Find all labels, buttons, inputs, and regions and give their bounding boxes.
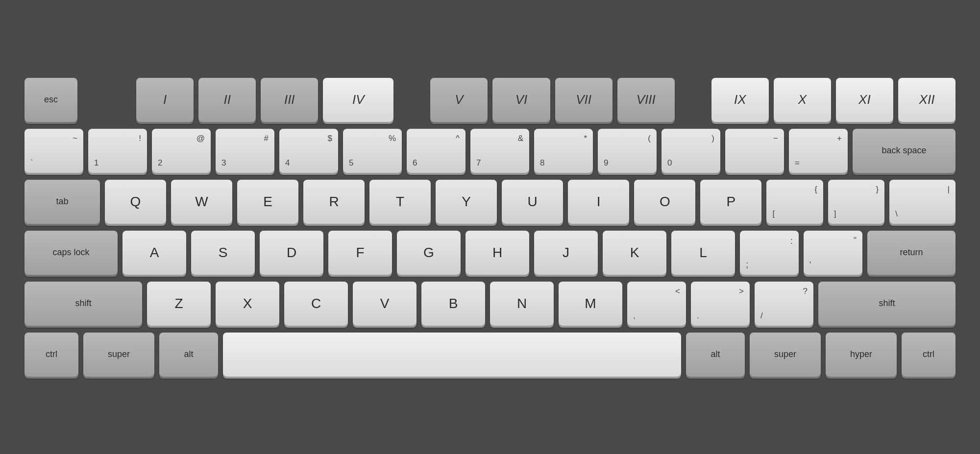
key-backspace[interactable]: back space <box>853 129 956 173</box>
key-f[interactable]: F <box>328 231 392 275</box>
key-minus[interactable]: − <box>725 129 784 173</box>
key-f11[interactable]: XI <box>836 78 893 122</box>
key-ctrl-right[interactable]: ctrl <box>902 333 956 377</box>
bottom-row: ctrl super alt alt super hyper ctrl <box>24 333 956 377</box>
key-return-label: return <box>900 247 923 258</box>
key-shift-right-label: shift <box>879 298 895 309</box>
key-slash[interactable]: ? / <box>755 282 813 326</box>
key-9[interactable]: ( 9 <box>598 129 657 173</box>
key-tab-label: tab <box>56 196 68 207</box>
key-ctrl-right-label: ctrl <box>923 349 934 359</box>
key-super-right[interactable]: super <box>750 333 821 377</box>
key-capslock-label: caps lock <box>52 247 89 258</box>
key-quote[interactable]: " ' <box>804 231 862 275</box>
key-space[interactable] <box>223 333 681 377</box>
key-4[interactable]: $ 4 <box>279 129 338 173</box>
key-3[interactable]: # 3 <box>216 129 274 173</box>
key-i[interactable]: I <box>568 180 629 224</box>
key-c[interactable]: C <box>284 282 348 326</box>
key-6[interactable]: ^ 6 <box>407 129 466 173</box>
key-ctrl-left-label: ctrl <box>46 349 57 359</box>
key-v[interactable]: V <box>353 282 416 326</box>
key-f8[interactable]: VIII <box>617 78 675 122</box>
key-backspace-label: back space <box>882 145 926 156</box>
key-ctrl-left[interactable]: ctrl <box>24 333 78 377</box>
key-h[interactable]: H <box>466 231 529 275</box>
key-5[interactable]: % 5 <box>343 129 402 173</box>
key-semicolon[interactable]: : ; <box>740 231 799 275</box>
key-f11-label: XI <box>858 92 871 107</box>
key-f10[interactable]: X <box>774 78 831 122</box>
key-w[interactable]: W <box>171 180 232 224</box>
key-super-left-label: super <box>108 349 130 359</box>
key-f9[interactable]: IX <box>711 78 769 122</box>
asdf-row: caps lock A S D F G H J K L : ; <box>24 231 956 275</box>
key-alt-left-label: alt <box>184 349 193 359</box>
key-alt-right[interactable]: alt <box>686 333 745 377</box>
key-f3[interactable]: III <box>261 78 318 122</box>
key-8[interactable]: * 8 <box>534 129 593 173</box>
key-f3-label: III <box>284 92 295 107</box>
key-d[interactable]: D <box>260 231 323 275</box>
key-hyper[interactable]: hyper <box>826 333 897 377</box>
key-q[interactable]: Q <box>105 180 166 224</box>
key-y[interactable]: Y <box>436 180 497 224</box>
key-super-left[interactable]: super <box>83 333 154 377</box>
key-f1-label: I <box>163 92 167 107</box>
key-shift-right[interactable]: shift <box>818 282 956 326</box>
key-period[interactable]: > . <box>691 282 750 326</box>
key-t[interactable]: T <box>369 180 431 224</box>
key-s[interactable]: S <box>191 231 255 275</box>
key-f4[interactable]: IV <box>323 78 393 122</box>
key-z[interactable]: Z <box>147 282 211 326</box>
key-shift-left-label: shift <box>75 298 91 309</box>
key-hyper-label: hyper <box>850 349 872 359</box>
qwerty-row: tab Q W E R T Y U I O P <box>24 180 956 224</box>
key-f7-label: VII <box>576 92 591 107</box>
key-tab[interactable]: tab <box>24 180 100 224</box>
key-f10-label: X <box>798 92 807 107</box>
key-b[interactable]: B <box>421 282 485 326</box>
key-f6[interactable]: VI <box>492 78 550 122</box>
key-u[interactable]: U <box>502 180 563 224</box>
key-backslash[interactable]: | \ <box>889 180 956 224</box>
key-j[interactable]: J <box>534 231 598 275</box>
key-f8-label: VIII <box>637 92 656 107</box>
key-f7[interactable]: VII <box>555 78 612 122</box>
key-esc[interactable]: esc <box>24 78 77 122</box>
key-f2[interactable]: II <box>198 78 256 122</box>
key-lbracket[interactable]: { [ <box>766 180 823 224</box>
key-0[interactable]: ) 0 <box>662 129 720 173</box>
key-7[interactable]: & 7 <box>470 129 529 173</box>
key-f12[interactable]: XII <box>898 78 956 122</box>
keyboard: esc I II III IV V VI VII VIII IX <box>10 63 970 391</box>
key-r[interactable]: R <box>303 180 365 224</box>
key-k[interactable]: K <box>603 231 666 275</box>
key-x[interactable]: X <box>216 282 279 326</box>
key-comma[interactable]: < , <box>627 282 686 326</box>
key-l[interactable]: L <box>671 231 735 275</box>
key-n[interactable]: N <box>490 282 554 326</box>
key-2[interactable]: @ 2 <box>152 129 211 173</box>
key-shift-left[interactable]: shift <box>24 282 142 326</box>
key-p[interactable]: P <box>700 180 761 224</box>
key-alt-left[interactable]: alt <box>159 333 218 377</box>
key-m[interactable]: M <box>559 282 622 326</box>
key-f9-label: IX <box>734 92 746 107</box>
key-backtick[interactable]: ~ ` <box>24 129 83 173</box>
key-equals[interactable]: + = <box>789 129 848 173</box>
key-alt-right-label: alt <box>710 349 720 359</box>
key-f5[interactable]: V <box>430 78 488 122</box>
fn-row: esc I II III IV V VI VII VIII IX <box>24 78 956 122</box>
key-g[interactable]: G <box>397 231 461 275</box>
key-f12-label: XII <box>919 92 935 107</box>
key-a[interactable]: A <box>122 231 186 275</box>
key-e[interactable]: E <box>237 180 298 224</box>
key-f1[interactable]: I <box>136 78 194 122</box>
key-o[interactable]: O <box>634 180 695 224</box>
key-f6-label: VI <box>515 92 528 107</box>
key-1[interactable]: ! 1 <box>88 129 147 173</box>
key-return[interactable]: return <box>867 231 956 275</box>
key-capslock[interactable]: caps lock <box>24 231 118 275</box>
key-rbracket[interactable]: } ] <box>828 180 884 224</box>
